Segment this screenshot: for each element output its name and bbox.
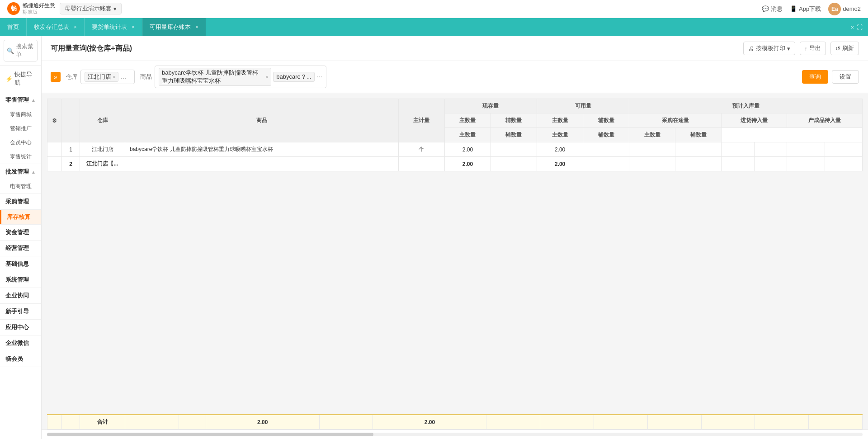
row-2-warehouse: 江北门店【... xyxy=(80,157,125,171)
export-btn[interactable]: ↑ 导出 xyxy=(800,42,826,55)
product-more[interactable]: ··· xyxy=(316,73,322,81)
table-footer xyxy=(42,430,868,439)
sidebar-item-basic[interactable]: 基础信息 xyxy=(0,256,41,272)
row-2-pt-aux xyxy=(675,157,722,171)
row-1-fw-aux xyxy=(825,142,862,157)
sidebar-item-system[interactable]: 系统管理 xyxy=(0,272,41,288)
row-2-product xyxy=(125,157,399,171)
row-2-avail-main: 2.00 xyxy=(537,157,583,171)
unit-col-header: 主计量 xyxy=(398,99,444,142)
sidebar-item-purchase[interactable]: 采购管理 xyxy=(0,194,41,209)
sidebar-section-appcenter: 应用中心 xyxy=(0,320,41,335)
sidebar-item-operations[interactable]: 经营管理 xyxy=(0,241,41,256)
user-menu[interactable]: Ea demo2 xyxy=(828,3,861,15)
sidebar-item-inventory[interactable]: 库存核算 xyxy=(0,210,41,224)
warehouse-filter: 仓库 江北门店 × ... xyxy=(66,70,135,84)
tab-order-stats-close[interactable]: × xyxy=(132,24,135,30)
f-wait-main-header: 主数量 xyxy=(629,128,675,142)
sidebar-section-wholesale-header[interactable]: 批发管理 ▲ xyxy=(0,164,41,179)
tab-available-stock[interactable]: 可用量库存账本 × xyxy=(142,18,206,36)
settings-btn[interactable]: 设置 xyxy=(832,70,859,84)
table-row: 1 江北门店 babycare学饮杯 儿童防摔防撞吸管杯重力球吸嘴杯宝宝水杯 个… xyxy=(47,142,863,157)
sidebar-section-wechat: 企业微信 xyxy=(0,335,41,351)
row-2-current-main: 2.00 xyxy=(444,157,491,171)
horizontal-scrollbar[interactable] xyxy=(47,433,863,436)
search-menu-btn[interactable]: 🔍 搜索菜单 xyxy=(4,40,38,61)
sidebar-item-enterprise[interactable]: 企业协同 xyxy=(0,288,41,303)
index-col-header xyxy=(62,99,80,142)
industry-selector[interactable]: 母婴行业演示账套 ▾ xyxy=(60,3,122,14)
sidebar-item-appcenter[interactable]: 应用中心 xyxy=(0,320,41,335)
brand-sub: 标准版 xyxy=(23,9,55,15)
sidebar-section-operations: 经营管理 xyxy=(0,241,41,256)
sidebar-section-newguide: 新手引导 xyxy=(0,304,41,320)
summary-avail-main: 2.00 xyxy=(373,415,486,430)
sidebar-item-marketing[interactable]: 营销推广 xyxy=(0,122,41,136)
sidebar-item-member[interactable]: 畅会员 xyxy=(0,351,41,367)
forecast-inbound-header: 预计入库量 xyxy=(629,99,863,113)
tab-receive-summary[interactable]: 收发存汇总表 × xyxy=(27,18,85,36)
sidebar-item-ecommerce[interactable]: 电商管理 xyxy=(0,179,41,194)
quick-nav-item[interactable]: ⚡ 快捷导航 xyxy=(0,66,41,92)
expand-icon: ⛶ xyxy=(857,24,863,31)
sidebar-item-wechat[interactable]: 企业微信 xyxy=(0,335,41,351)
summary-current-main: 2.00 xyxy=(206,415,319,430)
sidebar-section-enterprise: 企业协同 xyxy=(0,288,41,304)
product-label: 商品 xyxy=(140,73,152,81)
gear-col-header[interactable]: ⚙ xyxy=(47,99,62,142)
warehouse-input[interactable]: 江北门店 × ... xyxy=(80,70,135,84)
current-main-qty-header: 主数量 xyxy=(444,113,491,128)
row-2-current-aux xyxy=(491,157,537,171)
tab-home[interactable]: 首页 xyxy=(0,18,27,36)
summary-table: 合计 2.00 2.00 xyxy=(47,414,863,430)
sidebar-section-retail: 零售管理 ▲ 零售商城 营销推广 会员中心 零售统计 xyxy=(0,92,41,164)
app-download-btn[interactable]: 📱 App下载 xyxy=(790,5,821,13)
top-bar-left: 畅 畅捷通好生意 标准版 母婴行业演示账套 ▾ xyxy=(7,2,122,15)
brand-icon: 畅 xyxy=(7,2,20,15)
sidebar-item-newguide[interactable]: 新手引导 xyxy=(0,304,41,319)
tab-receive-summary-close[interactable]: × xyxy=(74,24,77,30)
sidebar-section-retail-header[interactable]: 零售管理 ▲ xyxy=(0,92,41,108)
close-all-tabs[interactable]: × ⛶ xyxy=(845,24,868,31)
filter-expand-btn[interactable]: » xyxy=(51,72,61,82)
row-1-gw-aux xyxy=(754,142,787,157)
tab-available-stock-close[interactable]: × xyxy=(195,24,198,30)
print-btn[interactable]: 🖨 按模板打印 ▾ xyxy=(743,42,795,55)
top-bar: 畅 畅捷通好生意 标准版 母婴行业演示账套 ▾ 💬 消息 📱 App下载 Ea … xyxy=(0,0,868,18)
row-2-index: 2 xyxy=(62,157,80,171)
row-1-current-main: 2.00 xyxy=(444,142,491,157)
warehouse-more[interactable]: ... xyxy=(120,73,126,81)
product-input[interactable]: babycare学饮杯 儿童防摔防撞吸管杯重力球吸嘴杯宝宝水杯 × babyca… xyxy=(155,66,326,88)
product-tag-2: babycare？... xyxy=(273,72,314,82)
content-header: 可用量查询(按仓库+商品) 🖨 按模板打印 ▾ ↑ 导出 ↺ 刷新 xyxy=(42,36,868,61)
finished-waiting-header: 产成品待入量 xyxy=(787,113,863,128)
product-filter: 商品 babycare学饮杯 儿童防摔防撞吸管杯重力球吸嘴杯宝宝水杯 × bab… xyxy=(140,66,326,88)
sidebar-item-finance[interactable]: 资金管理 xyxy=(0,225,41,240)
row-1-current-aux xyxy=(491,142,537,157)
sidebar-item-retail-mall[interactable]: 零售商城 xyxy=(0,108,41,122)
warehouse-tag-close[interactable]: × xyxy=(113,74,115,80)
summary-label: 合计 xyxy=(80,415,125,430)
row-1-warehouse: 江北门店 xyxy=(80,142,125,157)
row-2-fw-aux xyxy=(825,157,862,171)
top-bar-right: 💬 消息 📱 App下载 Ea demo2 xyxy=(762,3,861,15)
row-1-fw-main xyxy=(787,142,825,157)
row-2-gw-aux xyxy=(754,157,787,171)
message-btn[interactable]: 💬 消息 xyxy=(762,5,783,13)
row-2-avail-aux xyxy=(583,157,629,171)
query-btn[interactable]: 查询 xyxy=(802,70,828,84)
product-tag-1-close[interactable]: × xyxy=(265,74,268,80)
row-1-pt-main xyxy=(629,142,675,157)
row-1-avail-main: 2.00 xyxy=(537,142,583,157)
tab-order-stats[interactable]: 要货单统计表 × xyxy=(85,18,142,36)
sidebar-section-wholesale: 批发管理 ▲ 电商管理 xyxy=(0,164,41,194)
scrollbar-thumb xyxy=(47,433,373,436)
brand-logo: 畅 畅捷通好生意 标准版 xyxy=(7,2,55,15)
sidebar-section-inventory: 库存核算 xyxy=(0,210,41,225)
sidebar-item-members[interactable]: 会员中心 xyxy=(0,136,41,150)
table-row: 2 江北门店【... 2.00 2.00 xyxy=(47,157,863,171)
sidebar-section-member: 畅会员 xyxy=(0,351,41,367)
refresh-btn[interactable]: ↺ 刷新 xyxy=(830,42,859,55)
sidebar-item-retail-stats[interactable]: 零售统计 xyxy=(0,150,41,164)
main-layout: 🔍 搜索菜单 ⚡ 快捷导航 零售管理 ▲ 零售商城 营销推广 会员中心 零售统计… xyxy=(0,36,868,439)
